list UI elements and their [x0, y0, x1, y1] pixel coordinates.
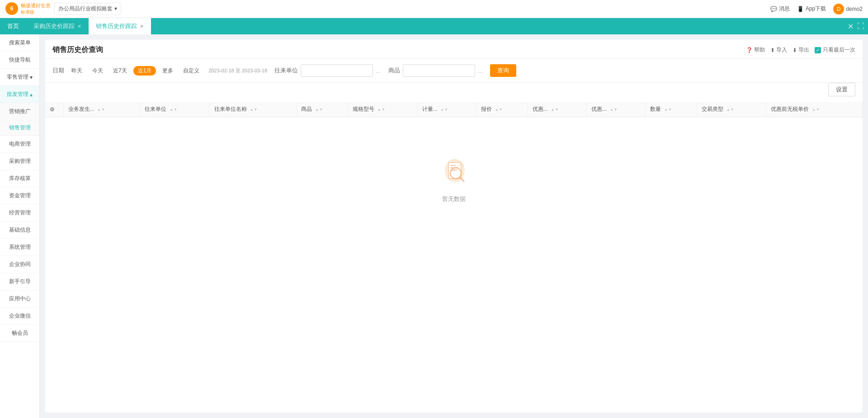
goods-dots[interactable]: ...	[478, 67, 483, 74]
goods-input[interactable]	[403, 64, 475, 77]
sort-arrows-partner-code: ▲▼	[170, 107, 178, 112]
sidebar-item-quick-nav[interactable]: 快捷导航	[0, 52, 39, 69]
partner-dots[interactable]: ...	[376, 67, 381, 74]
export-button[interactable]: ⬇ 导出	[793, 46, 809, 54]
filter-row-2: 设置	[45, 83, 863, 102]
sort-arrows-goods: ▲▼	[315, 107, 323, 112]
top-header: 6 畅捷通好生意 标准版 办公用品行业模拟账套 ▾ 💬 消息 📱 App下载 D…	[0, 0, 868, 18]
message-button[interactable]: 💬 消息	[770, 5, 790, 13]
sort-arrows-discount2: ▲▼	[609, 107, 618, 112]
date-btn-more[interactable]: 更多	[159, 66, 177, 76]
col-quantity[interactable]: 数量 ▲▼	[646, 102, 697, 117]
query-button[interactable]: 查询	[490, 64, 516, 77]
close-window-icon[interactable]: ✕	[848, 22, 854, 31]
date-filter-group: 日期 昨天 今天 近7天 近1月 更多 自定义 2023-02-18 至 202…	[52, 66, 267, 76]
sidebar-item-retail-mgmt[interactable]: 零售管理 ▾	[0, 69, 39, 86]
tab-close-sales[interactable]: ✕	[140, 24, 144, 29]
sidebar-item-wechat[interactable]: 企业微信	[0, 308, 39, 325]
page-header: 销售历史价查询 ❓ 帮助 ⬆ 导入 ⬇ 导出	[45, 40, 863, 59]
page-card: 销售历史价查询 ❓ 帮助 ⬆ 导入 ⬇ 导出	[45, 40, 863, 413]
chevron-right-icon: ▾	[30, 74, 33, 81]
sidebar-item-member[interactable]: 畅会员	[0, 325, 39, 342]
member-label: 畅会员	[12, 329, 28, 337]
sidebar-item-wholesale-mgmt[interactable]: 批发管理 ▴	[0, 86, 39, 103]
empty-illustration	[436, 153, 472, 190]
avatar: D	[833, 4, 844, 14]
tab-sales-history[interactable]: 销售历史价跟踪 ✕	[89, 18, 151, 34]
date-btn-today[interactable]: 今天	[89, 66, 107, 76]
tab-home[interactable]: 首页	[0, 18, 26, 34]
col-discount2[interactable]: 优惠... ▲▼	[586, 102, 645, 117]
logo-icon: 6	[5, 2, 18, 15]
page-title: 销售历史价查询	[52, 45, 103, 55]
export-icon: ⬇	[793, 47, 797, 53]
col-biz-date[interactable]: 业务发生... ▲▼	[63, 102, 140, 117]
sidebar-item-system[interactable]: 系统管理	[0, 239, 39, 256]
col-spec[interactable]: 规格型号 ▲▼	[348, 102, 417, 117]
svg-rect-2	[450, 165, 456, 166]
col-discount1[interactable]: 优惠... ▲▼	[528, 102, 586, 117]
retail-mgmt-label: 零售管理	[7, 73, 28, 81]
date-btn-yesterday[interactable]: 昨天	[68, 66, 86, 76]
message-icon: 💬	[770, 6, 777, 12]
maximize-icon[interactable]: ⛶	[857, 22, 864, 30]
partner-input[interactable]	[301, 64, 373, 77]
logo-area: 6 畅捷通好生意 标准版	[5, 2, 51, 15]
sort-arrows-quoted-price: ▲▼	[495, 107, 503, 112]
tab-purchase-history[interactable]: 采购历史价跟踪 ✕	[26, 18, 89, 34]
help-icon: ❓	[746, 47, 753, 53]
date-range-text: 2023-02-18 至 2023-03-18	[208, 67, 267, 74]
operations-label: 经营管理	[9, 209, 31, 217]
sidebar-item-basic-info[interactable]: 基础信息	[0, 222, 39, 239]
col-trade-type[interactable]: 交易类型 ▲▼	[697, 102, 766, 117]
help-button[interactable]: ❓ 帮助	[746, 46, 765, 54]
app-center-label: 应用中心	[9, 295, 31, 303]
only-last-checkbox[interactable]: ✓ 只看最后一次	[815, 46, 855, 54]
col-pre-discount-price[interactable]: 优惠前无税单价 ▲▼	[766, 102, 863, 117]
page-content: 销售历史价查询 ❓ 帮助 ⬆ 导入 ⬇ 导出	[40, 34, 868, 418]
col-partner-name[interactable]: 往来单位名称 ▲▼	[209, 102, 297, 117]
date-btn-7days[interactable]: 近7天	[109, 66, 131, 76]
col-quoted-price[interactable]: 报价 ▲▼	[476, 102, 528, 117]
sidebar-item-inventory[interactable]: 库存核算	[0, 170, 39, 187]
system-label: 系统管理	[9, 243, 31, 251]
sidebar-sub-sales[interactable]: 销售管理	[0, 120, 39, 136]
app-download-button[interactable]: 📱 App下载	[797, 5, 826, 13]
import-button[interactable]: ⬆ 导入	[770, 46, 787, 54]
date-btn-custom[interactable]: 自定义	[179, 66, 203, 76]
tab-close-purchase[interactable]: ✕	[77, 24, 81, 29]
sidebar-sub-marketing[interactable]: 营销推广	[0, 103, 39, 120]
col-unit[interactable]: 计量... ▲▼	[417, 102, 476, 117]
sidebar-item-ecommerce[interactable]: 电商管理	[0, 136, 39, 153]
col-partner-code[interactable]: 往来单位 ▲▼	[140, 102, 209, 117]
col-settings[interactable]: ⚙	[45, 102, 63, 117]
settings-icon: ⚙	[50, 106, 55, 113]
sort-arrows-discount1: ▲▼	[551, 107, 559, 112]
col-goods[interactable]: 商品 ▲▼	[297, 102, 348, 117]
basic-info-label: 基础信息	[9, 226, 31, 234]
sort-arrows-spec: ▲▼	[377, 107, 386, 112]
sidebar-item-enterprise[interactable]: 企业协同	[0, 256, 39, 273]
import-icon: ⬆	[770, 47, 775, 53]
sort-arrows-pre-discount: ▲▼	[812, 107, 820, 112]
user-menu[interactable]: D demo2	[833, 4, 863, 14]
partner-label: 往来单位	[274, 66, 298, 75]
sidebar-item-new-user[interactable]: 新手引导	[0, 273, 39, 290]
goods-label: 商品	[388, 66, 400, 75]
sidebar-item-search-menu[interactable]: 搜索菜单	[0, 34, 39, 52]
purchase-label: 采购管理	[9, 157, 31, 165]
data-table: ⚙ 业务发生... ▲▼ 往来单位 ▲▼	[45, 102, 863, 117]
sidebar-item-app-center[interactable]: 应用中心	[0, 290, 39, 308]
settings-button[interactable]: 设置	[828, 83, 855, 96]
date-btn-1month[interactable]: 近1月	[133, 66, 156, 76]
company-selector[interactable]: 办公用品行业模拟账套 ▾	[54, 3, 121, 15]
sidebar-item-finance[interactable]: 资金管理	[0, 187, 39, 204]
sales-label: 销售管理	[9, 124, 31, 132]
sidebar-item-operations[interactable]: 经营管理	[0, 204, 39, 222]
sort-arrows-partner-name: ▲▼	[250, 107, 258, 112]
logo-text: 畅捷通好生意 标准版	[21, 2, 51, 15]
tab-bar-right: ✕ ⛶	[848, 22, 868, 31]
sidebar-item-purchase[interactable]: 采购管理	[0, 153, 39, 170]
finance-label: 资金管理	[9, 192, 31, 200]
table-head: ⚙ 业务发生... ▲▼ 往来单位 ▲▼	[45, 102, 863, 117]
